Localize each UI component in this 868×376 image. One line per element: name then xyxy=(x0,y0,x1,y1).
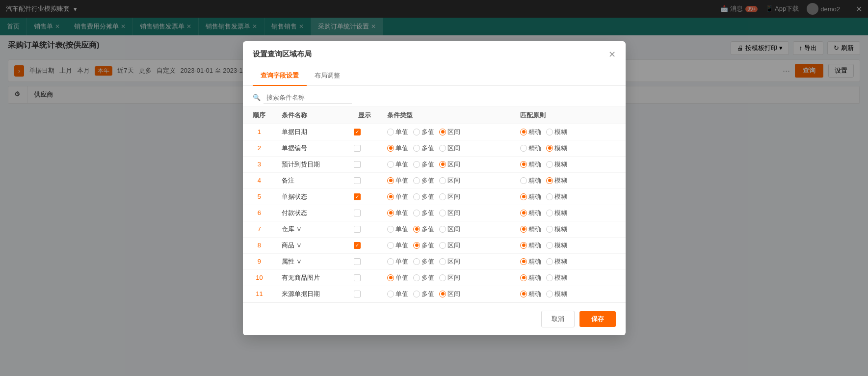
match-radio-精确[interactable]: 精确 xyxy=(520,192,541,201)
type-radio-单值[interactable]: 单值 xyxy=(387,209,408,217)
type-radio-单值[interactable]: 单值 xyxy=(387,128,408,136)
radio-circle xyxy=(413,242,420,249)
type-radio-多值[interactable]: 多值 xyxy=(413,225,434,234)
radio-circle xyxy=(546,177,553,184)
display-checkbox[interactable] xyxy=(354,226,361,233)
type-radio-多值[interactable]: 多值 xyxy=(413,176,434,185)
display-checkbox[interactable] xyxy=(354,291,361,297)
radio-circle xyxy=(387,291,394,297)
row-seq: 10 xyxy=(243,269,276,286)
display-checkbox[interactable] xyxy=(354,193,361,200)
type-radio-区间[interactable]: 区间 xyxy=(439,241,460,250)
row-display-cell xyxy=(348,253,381,269)
type-radio-单值[interactable]: 单值 xyxy=(387,257,408,266)
match-radio-模糊[interactable]: 模糊 xyxy=(546,192,567,201)
row-seq: 8 xyxy=(243,237,276,253)
display-checkbox[interactable] xyxy=(354,258,361,265)
radio-circle xyxy=(546,193,553,200)
display-checkbox[interactable] xyxy=(354,177,361,184)
type-radio-区间[interactable]: 区间 xyxy=(439,176,460,185)
row-seq: 2 xyxy=(243,140,276,156)
row-display-cell xyxy=(348,237,381,253)
type-radio-多值[interactable]: 多值 xyxy=(413,209,434,217)
search-input[interactable] xyxy=(263,92,352,104)
type-radio-单值[interactable]: 单值 xyxy=(387,290,408,298)
type-radio-单值[interactable]: 单值 xyxy=(387,160,408,169)
match-radio-模糊[interactable]: 模糊 xyxy=(546,241,567,250)
display-checkbox[interactable] xyxy=(354,129,361,135)
radio-circle xyxy=(520,177,527,184)
match-radio-精确[interactable]: 精确 xyxy=(520,160,541,169)
match-radio-模糊[interactable]: 模糊 xyxy=(546,257,567,266)
match-radio-精确[interactable]: 精确 xyxy=(520,209,541,217)
radio-circle xyxy=(546,145,553,152)
type-radio-区间[interactable]: 区间 xyxy=(439,290,460,298)
row-match-cell: 精确模糊 xyxy=(514,221,625,237)
type-radio-区间[interactable]: 区间 xyxy=(439,160,460,169)
row-seq: 5 xyxy=(243,188,276,205)
type-radio-单值[interactable]: 单值 xyxy=(387,225,408,234)
col-seq: 顺序 xyxy=(243,107,276,124)
radio-circle xyxy=(413,161,420,168)
match-radio-模糊[interactable]: 模糊 xyxy=(546,290,567,298)
type-radio-多值[interactable]: 多值 xyxy=(413,273,434,282)
match-radio-精确[interactable]: 精确 xyxy=(520,273,541,282)
radio-circle xyxy=(546,258,553,265)
match-radio-模糊[interactable]: 模糊 xyxy=(546,273,567,282)
display-checkbox[interactable] xyxy=(354,242,361,249)
match-radio-精确[interactable]: 精确 xyxy=(520,128,541,136)
radio-circle xyxy=(439,274,446,281)
type-radio-区间[interactable]: 区间 xyxy=(439,273,460,282)
match-radio-精确[interactable]: 精确 xyxy=(520,144,541,153)
type-radio-多值[interactable]: 多值 xyxy=(413,290,434,298)
display-checkbox[interactable] xyxy=(354,145,361,152)
radio-circle xyxy=(413,291,420,297)
tab-query-fields[interactable]: 查询字段设置 xyxy=(253,66,307,86)
type-radio-多值[interactable]: 多值 xyxy=(413,192,434,201)
type-radio-单值[interactable]: 单值 xyxy=(387,273,408,282)
type-radio-多值[interactable]: 多值 xyxy=(413,257,434,266)
save-button[interactable]: 保存 xyxy=(579,311,616,327)
display-checkbox[interactable] xyxy=(354,274,361,281)
display-checkbox[interactable] xyxy=(354,161,361,168)
dialog-close-button[interactable]: ✕ xyxy=(608,49,616,60)
match-radio-模糊[interactable]: 模糊 xyxy=(546,160,567,169)
row-display-cell xyxy=(348,269,381,286)
type-radio-多值[interactable]: 多值 xyxy=(413,160,434,169)
radio-circle xyxy=(439,145,446,152)
row-seq: 6 xyxy=(243,205,276,221)
type-radio-单值[interactable]: 单值 xyxy=(387,144,408,153)
type-radio-区间[interactable]: 区间 xyxy=(439,144,460,153)
table-header-row: 顺序 条件名称 显示 条件类型 匹配原则 xyxy=(243,107,626,124)
match-radio-模糊[interactable]: 模糊 xyxy=(546,128,567,136)
match-radio-模糊[interactable]: 模糊 xyxy=(546,225,567,234)
type-radio-区间[interactable]: 区间 xyxy=(439,209,460,217)
table-row: 4备注单值多值区间精确模糊 xyxy=(243,172,626,188)
match-radio-模糊[interactable]: 模糊 xyxy=(546,209,567,217)
match-radio-精确[interactable]: 精确 xyxy=(520,176,541,185)
type-radio-多值[interactable]: 多值 xyxy=(413,128,434,136)
tab-layout-adjust[interactable]: 布局调整 xyxy=(307,66,348,86)
row-seq: 7 xyxy=(243,221,276,237)
match-radio-模糊[interactable]: 模糊 xyxy=(546,144,567,153)
type-radio-多值[interactable]: 多值 xyxy=(413,144,434,153)
type-radio-多值[interactable]: 多值 xyxy=(413,241,434,250)
radio-circle xyxy=(439,226,446,233)
type-radio-区间[interactable]: 区间 xyxy=(439,257,460,266)
type-radio-单值[interactable]: 单值 xyxy=(387,192,408,201)
match-radio-精确[interactable]: 精确 xyxy=(520,241,541,250)
type-radio-区间[interactable]: 区间 xyxy=(439,225,460,234)
type-radio-单值[interactable]: 单值 xyxy=(387,241,408,250)
type-radio-单值[interactable]: 单值 xyxy=(387,176,408,185)
radio-circle xyxy=(546,242,553,249)
match-radio-精确[interactable]: 精确 xyxy=(520,257,541,266)
type-radio-区间[interactable]: 区间 xyxy=(439,128,460,136)
match-radio-精确[interactable]: 精确 xyxy=(520,290,541,298)
row-type-cell: 单值多值区间 xyxy=(381,205,514,221)
cancel-button[interactable]: 取消 xyxy=(541,311,575,327)
match-radio-精确[interactable]: 精确 xyxy=(520,225,541,234)
type-radio-区间[interactable]: 区间 xyxy=(439,192,460,201)
row-seq: 3 xyxy=(243,156,276,172)
match-radio-模糊[interactable]: 模糊 xyxy=(546,176,567,185)
display-checkbox[interactable] xyxy=(354,210,361,216)
